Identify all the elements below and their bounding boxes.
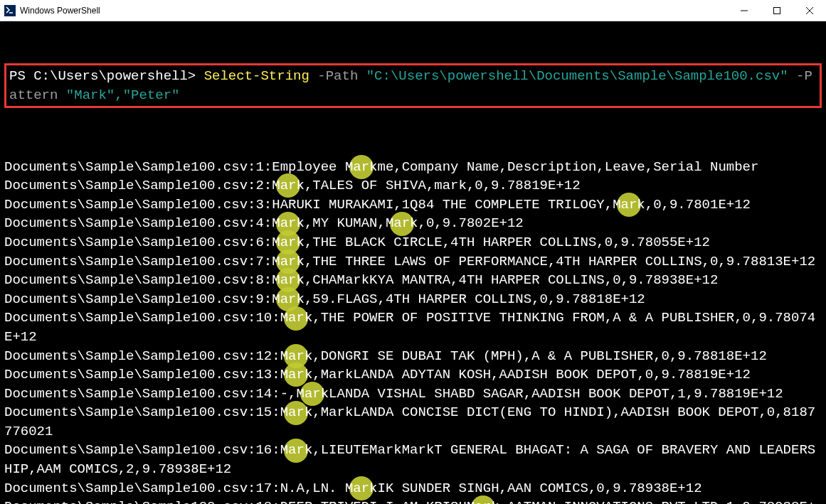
match-highlight: Mark <box>345 479 378 498</box>
terminal[interactable]: PS C:\Users\powershell> Select-String -P… <box>0 21 826 504</box>
match-text: Mark <box>280 442 313 458</box>
cmdlet-name: Select-String <box>204 68 309 84</box>
match-highlight: Mark <box>272 214 305 233</box>
output-line: Documents\Sample\Sample100.csv:12:Mark,D… <box>4 347 822 366</box>
match-highlight: Mark <box>386 214 418 233</box>
output-line: Documents\Sample\Sample100.csv:7:Mark,TH… <box>4 252 822 272</box>
match-highlight: Mark <box>280 347 313 366</box>
output-line: Documents\Sample\Sample100.csv:16:Mark,L… <box>4 441 822 478</box>
output-line: Documents\Sample\Sample100.csv:4:Mark,MY… <box>4 214 822 233</box>
match-text: Mark <box>467 499 499 504</box>
match-highlight: Mark <box>613 195 645 215</box>
match-text: Mark <box>280 367 313 382</box>
command-highlight-box: PS C:\Users\powershell> Select-String -P… <box>4 63 822 108</box>
match-text: Mark <box>272 291 305 307</box>
match-highlight: Mark <box>296 385 329 404</box>
output-line: Documents\Sample\Sample100.csv:15:Mark,M… <box>4 403 822 441</box>
match-text: Mark <box>386 215 418 231</box>
output-line: Documents\Sample\Sample100.csv:9:Mark,59… <box>4 290 822 309</box>
output-line: Documents\Sample\Sample100.csv:17:N.A,LN… <box>4 479 822 498</box>
match-highlight: Mark <box>280 441 313 460</box>
match-text: Mark <box>613 197 645 213</box>
match-text: Mark <box>272 254 305 269</box>
output-line: Documents\Sample\Sample100.csv:8:Mark,CH… <box>4 271 822 290</box>
match-text: Mark <box>296 386 329 402</box>
output-line: Documents\Sample\Sample100.csv:2:Mark,TA… <box>4 176 822 195</box>
match-text: Mark <box>345 159 378 175</box>
match-highlight: Mark <box>272 290 305 309</box>
svg-rect-3 <box>774 7 780 14</box>
match-highlight: Mark <box>280 309 313 328</box>
match-highlight: Mark <box>280 403 313 422</box>
match-highlight: Mark <box>280 365 313 385</box>
match-text: Mark <box>280 348 313 364</box>
match-highlight: Mark <box>272 176 305 195</box>
maximize-button[interactable] <box>761 0 793 21</box>
match-text: Mark <box>272 272 305 288</box>
match-highlight: Mark <box>345 158 378 177</box>
match-highlight: Mark <box>272 271 305 290</box>
output-line: Documents\Sample\Sample100.csv:13:Mark,M… <box>4 365 822 385</box>
output-line: Documents\Sample\Sample100.csv:10:Mark,T… <box>4 309 822 346</box>
match-text: Mark <box>272 235 305 250</box>
window-title: Windows PowerShell <box>20 6 100 16</box>
titlebar[interactable]: Windows PowerShell <box>0 0 826 21</box>
path-value: "C:\Users\powershell\Documents\Sample\Sa… <box>366 68 788 84</box>
match-text: Mark <box>280 404 313 420</box>
pattern-value: "Mark","Peter" <box>66 87 180 103</box>
command-output: Documents\Sample\Sample100.csv:1:Employe… <box>4 158 822 504</box>
match-highlight: Mark <box>272 252 305 272</box>
close-button[interactable] <box>793 0 826 21</box>
output-line: Documents\Sample\Sample100.csv:18:DEEP T… <box>4 498 822 504</box>
output-line: Documents\Sample\Sample100.csv:6:Mark,TH… <box>4 233 822 252</box>
match-highlight: Mark <box>467 498 499 504</box>
prompt: PS C:\Users\powershell> <box>9 68 204 84</box>
param-path: -Path <box>309 68 366 84</box>
output-line: Documents\Sample\Sample100.csv:3:HARUKI … <box>4 195 822 215</box>
match-text: Mark <box>280 310 313 326</box>
minimize-button[interactable] <box>728 0 761 21</box>
match-text: Mark <box>345 481 378 496</box>
svg-rect-0 <box>4 5 16 16</box>
output-line: Documents\Sample\Sample100.csv:14:-,Mark… <box>4 385 822 404</box>
match-highlight: Mark <box>272 233 305 252</box>
powershell-icon <box>4 5 16 16</box>
output-line: Documents\Sample\Sample100.csv:1:Employe… <box>4 158 822 177</box>
match-text: Mark <box>272 215 305 231</box>
match-text: Mark <box>272 178 305 193</box>
